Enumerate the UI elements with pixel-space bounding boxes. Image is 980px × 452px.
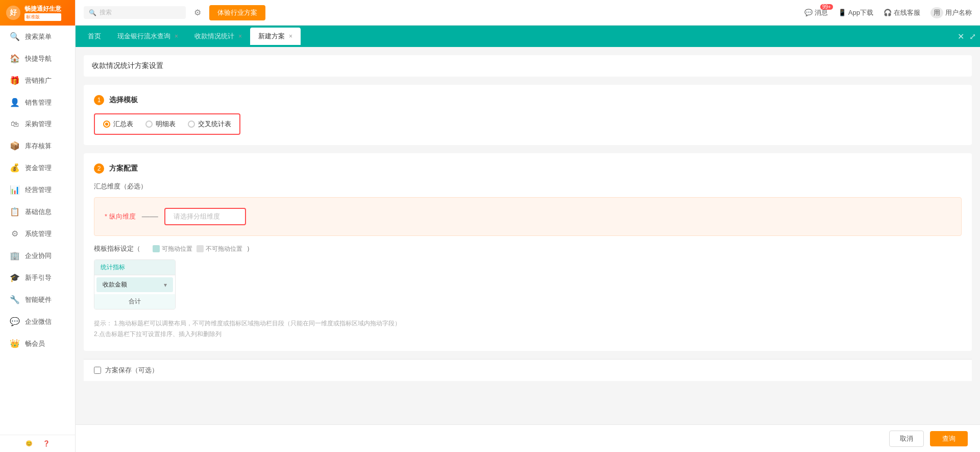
hardware-icon: 🔧 <box>10 295 20 304</box>
close-window-icon[interactable]: ✕ <box>958 32 964 41</box>
dimension-arrow: —— <box>142 212 158 221</box>
tip-line1: 提示： 1.拖动标题栏可以调整布局，不可跨维度或指标区域拖动栏目段（只能在同一维… <box>94 319 962 328</box>
sidebar-item-system[interactable]: ⚙ 系统管理 <box>0 223 75 245</box>
sidebar-item-inventory[interactable]: 📦 库存核算 <box>0 135 75 157</box>
topbar-right: 💬 消息 99+ 📱 App下载 🎧 在线客服 用 用户名称 <box>804 7 972 18</box>
message-item[interactable]: 💬 消息 99+ <box>804 8 828 17</box>
radio-dot-cross <box>188 121 195 128</box>
headset-icon: 🎧 <box>884 9 892 16</box>
sidebar-item-basic-info[interactable]: 📋 基础信息 <box>0 201 75 223</box>
tab-home[interactable]: 首页 <box>80 28 109 45</box>
money-icon: 💰 <box>10 163 20 173</box>
metrics-section-header: 统计指标 <box>94 260 175 275</box>
metrics-title: 模板指标设定（ <box>94 244 140 253</box>
search-icon: 🔍 <box>89 9 96 16</box>
tab-close-new-plan[interactable]: × <box>289 33 292 40</box>
topbar: 🔍 搜索 ⚙ 体验行业方案 💬 消息 99+ 📱 App下载 🎧 在线客服 用 … <box>76 0 980 26</box>
step1-header: 1 选择模板 <box>94 95 962 105</box>
dimension-row-label: * 纵向维度 <box>105 212 136 221</box>
metrics-area: 统计指标 收款金额 ▾ 合计 <box>94 259 176 310</box>
crown-icon: 👑 <box>10 339 20 348</box>
metrics-tag-amount[interactable]: 收款金额 ▾ <box>96 277 173 292</box>
sidebar-item-marketing[interactable]: 🎁 营销推广 <box>0 69 75 91</box>
sidebar-feedback[interactable]: 😊 <box>26 440 33 447</box>
sidebar-item-hardware[interactable]: 🔧 智能硬件 <box>0 289 75 311</box>
metrics-header: 模板指标设定（ 可拖动位置 不可拖动位置 ） <box>94 244 962 253</box>
tab-close-bank-flow[interactable]: × <box>175 33 178 40</box>
save-section: 方案保存（可选） <box>84 359 972 381</box>
dimension-row: * 纵向维度 —— 请选择分组维度 <box>105 208 951 225</box>
home-icon: 🏠 <box>10 54 20 63</box>
template-options: 汇总表 明细表 交叉统计表 <box>94 113 240 135</box>
query-button[interactable]: 查询 <box>930 431 968 446</box>
dimension-select[interactable]: 请选择分组维度 <box>164 208 246 225</box>
maximize-icon[interactable]: ⤢ <box>969 32 976 41</box>
step1-num: 1 <box>94 95 104 105</box>
chart-icon: 📊 <box>10 185 20 195</box>
dimension-area: * 纵向维度 —— 请选择分组维度 <box>94 197 962 236</box>
tab-close-receipt-stats[interactable]: × <box>238 33 242 40</box>
step2-num: 2 <box>94 163 104 174</box>
sidebar-item-finance[interactable]: 💰 资金管理 <box>0 157 75 179</box>
tip-line2: 2.点击标题栏下拉可设置排序、插入列和删除列 <box>94 330 962 339</box>
sidebar-item-search-menu[interactable]: 🔍 搜索菜单 <box>0 26 75 47</box>
sidebar-item-sales[interactable]: 👤 销售管理 <box>0 91 75 113</box>
tips-section: 提示： 1.拖动标题栏可以调整布局，不可跨维度或指标区域拖动栏目段（只能在同一维… <box>94 319 962 339</box>
gift-icon: 🎁 <box>10 76 20 85</box>
legend-movable-color <box>153 245 160 252</box>
content-area: 收款情况统计方案设置 1 选择模板 汇总表 明细表 交叉统计表 <box>76 47 980 424</box>
clipboard-icon: 📋 <box>10 207 20 217</box>
service-item[interactable]: 🎧 在线客服 <box>884 8 920 17</box>
search-placeholder: 搜索 <box>100 8 112 17</box>
sidebar-item-operations[interactable]: 📊 经营管理 <box>0 179 75 201</box>
logo-icon: 好 <box>6 6 20 20</box>
radio-detail[interactable]: 明细表 <box>145 120 176 129</box>
tab-bank-flow[interactable]: 现金银行流水查询 × <box>109 28 186 45</box>
page-title: 收款情况统计方案设置 <box>92 61 163 69</box>
radio-dot-detail <box>145 121 153 128</box>
download-item[interactable]: 📱 App下载 <box>838 8 873 17</box>
sidebar-bottom: 😊 ❓ <box>0 435 75 452</box>
tab-receipt-stats[interactable]: 收款情况统计 × <box>186 28 250 45</box>
sidebar: 好 畅捷通好生意 标准版 🔍 搜索菜单 🏠 快捷导航 🎁 营销推广 👤 销售管理… <box>0 0 76 452</box>
step1-label: 选择模板 <box>109 96 138 105</box>
radio-summary[interactable]: 汇总表 <box>103 120 133 129</box>
sidebar-item-wechat[interactable]: 💬 企业微信 <box>0 311 75 332</box>
legend-fixed-color <box>197 245 204 252</box>
user-avatar[interactable]: 用 用户名称 <box>930 7 972 18</box>
dimension-title: 汇总维度（必选） <box>94 182 962 191</box>
legend-movable: 可拖动位置 <box>153 245 192 253</box>
sidebar-item-quick-nav[interactable]: 🏠 快捷导航 <box>0 47 75 69</box>
radio-cross[interactable]: 交叉统计表 <box>188 120 231 129</box>
sidebar-help[interactable]: ❓ <box>43 440 50 447</box>
avatar-icon: 用 <box>930 7 943 18</box>
sidebar-item-enterprise[interactable]: 🏢 企业协同 <box>0 245 75 267</box>
footer: 取消 查询 <box>76 424 980 452</box>
step2-label: 方案配置 <box>109 164 138 173</box>
cancel-button[interactable]: 取消 <box>889 431 924 447</box>
save-checkbox[interactable] <box>94 367 101 374</box>
gear-icon[interactable]: ⚙ <box>194 8 201 17</box>
sidebar-item-member[interactable]: 👑 畅会员 <box>0 332 75 354</box>
sidebar-item-guide[interactable]: 🎓 新手引导 <box>0 267 75 289</box>
industry-btn[interactable]: 体验行业方案 <box>209 5 265 20</box>
metrics-total: 合计 <box>94 294 175 309</box>
tab-new-plan[interactable]: 新建方案 × <box>250 28 301 45</box>
wechat-icon: 💬 <box>10 317 20 326</box>
tabbar: 首页 现金银行流水查询 × 收款情况统计 × 新建方案 × ✕ ⤢ <box>76 26 980 47</box>
building-icon: 🏢 <box>10 251 20 260</box>
save-label: 方案保存（可选） <box>105 366 158 375</box>
download-icon: 📱 <box>838 9 846 16</box>
sidebar-item-purchase[interactable]: 🛍 采购管理 <box>0 113 75 135</box>
box-icon: 📦 <box>10 141 20 151</box>
step1-card: 1 选择模板 汇总表 明细表 交叉统计表 <box>84 85 972 145</box>
page-header: 收款情况统计方案设置 <box>84 55 972 77</box>
radio-dot-summary <box>103 121 110 128</box>
step2-header: 2 方案配置 <box>94 163 962 174</box>
step2-card: 2 方案配置 汇总维度（必选） * 纵向维度 —— 请选择分组维度 模板指标设定… <box>84 153 972 351</box>
user-icon: 👤 <box>10 98 20 107</box>
settings-icon: ⚙ <box>10 229 20 239</box>
search-box[interactable]: 🔍 搜索 <box>84 6 186 19</box>
search-menu-icon: 🔍 <box>10 32 20 41</box>
metrics-tag-arrow: ▾ <box>164 281 167 289</box>
